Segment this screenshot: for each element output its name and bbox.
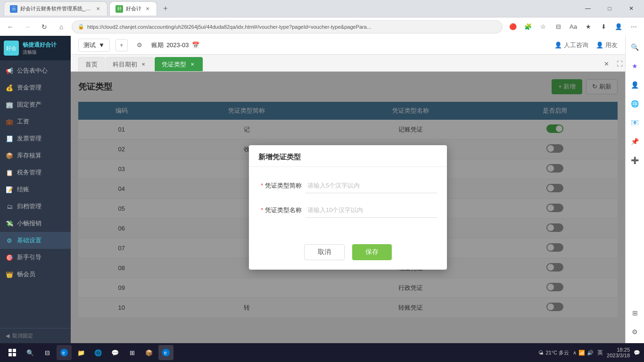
huiyuan-icon: 👑 — [6, 271, 13, 278]
right-panel-pin[interactable]: 📌 — [627, 134, 643, 149]
taskbar-multitask[interactable]: ⊟ — [40, 345, 55, 360]
sidebar-item-label-xiaochang: 小畅报销 — [17, 219, 41, 228]
right-panel-add[interactable]: ➕ — [627, 153, 643, 168]
sidebar-item-shuiwu[interactable]: 📋 税务管理 — [0, 164, 71, 181]
system-tray[interactable]: ∧ 📶 🔊 — [573, 350, 594, 356]
tab-subjects-label: 科目期初 — [113, 60, 137, 69]
extensions-icon[interactable]: 🧩 — [521, 20, 535, 33]
consult-label: 人工咨询 — [564, 41, 588, 49]
abbr-input[interactable] — [305, 178, 438, 193]
taskbar-edge[interactable]: e — [57, 345, 72, 360]
sidebar-item-jichushezhi[interactable]: ⚙ 基础设置 — [0, 232, 71, 249]
right-panel-grid[interactable]: ⊞ — [627, 305, 643, 321]
sidebar-brand: 畅捷通好合计 流畅版 — [23, 41, 57, 56]
tab-home[interactable]: 首页 — [78, 57, 105, 71]
sidebar-header: 好会 畅捷通好合计 流畅版 — [0, 36, 71, 60]
more-button[interactable]: ⋯ — [627, 20, 640, 33]
tab1-favicon: 云 — [10, 5, 17, 13]
right-panel: 🔍 ★ 👤 🌐 📧 📌 ➕ ⊞ ⚙ — [625, 36, 644, 343]
url-box[interactable]: 🔒 https://cloud2.chanjet.com/accounting/… — [72, 20, 503, 33]
consult-button[interactable]: 👤 人工咨询 — [554, 41, 588, 49]
reading-icon[interactable]: Aa — [567, 20, 580, 33]
name-input[interactable] — [305, 203, 438, 218]
sidebar-item-label-xinshou: 新手引导 — [17, 253, 41, 262]
svg-text:e: e — [62, 350, 65, 355]
sidebar-item-label-guda: 固定资产 — [17, 100, 41, 109]
browser-tab-2[interactable]: 好 好会计 ✕ — [109, 1, 157, 16]
right-panel-star[interactable]: ★ — [627, 58, 643, 74]
xiaochang-icon: 💸 — [6, 220, 13, 227]
right-panel-user[interactable]: 👤 — [627, 77, 643, 92]
browser-tab-1[interactable]: 云 好会计云财务软件管理系统_会计 ✕ — [4, 1, 107, 16]
download-icon[interactable]: ⬇ — [597, 20, 610, 33]
sidebar-logo-text: 畅捷通好合计 — [23, 41, 57, 49]
right-panel-search[interactable]: 🔍 — [627, 40, 643, 55]
save-button[interactable]: 保存 — [352, 244, 392, 260]
reload-button[interactable]: ↻ — [38, 20, 51, 33]
browser-profile[interactable]: 👤 — [612, 20, 625, 33]
sidebar-item-fapiao[interactable]: 🧾 发票管理 — [0, 130, 71, 147]
profile-icon[interactable]: 🔴 — [506, 20, 520, 33]
tab1-close[interactable]: ✕ — [95, 6, 101, 12]
settings-button[interactable]: ⚙ — [133, 39, 146, 51]
right-panel-mail[interactable]: 📧 — [627, 115, 643, 130]
sidebar-item-huiyuan[interactable]: 👑 畅会员 — [0, 266, 71, 283]
right-panel-globe[interactable]: 🌐 — [627, 96, 643, 111]
start-button[interactable] — [4, 344, 21, 361]
right-panel-settings[interactable]: ⚙ — [627, 324, 643, 339]
taskbar-msedge2[interactable]: e — [158, 345, 173, 360]
weather-widget[interactable]: 🌤 21°C 多云 — [538, 349, 569, 356]
sidebar-item-label-zijin: 资金管理 — [17, 83, 41, 92]
xinshou-icon: 🎯 — [6, 254, 13, 261]
fapiao-icon: 🧾 — [6, 135, 13, 142]
taskbar-search[interactable]: 🔍 — [23, 345, 38, 360]
close-button[interactable]: ✕ — [620, 0, 642, 17]
forward-button[interactable]: → — [21, 20, 34, 33]
taskbar-explorer[interactable]: 📁 — [74, 345, 89, 360]
sidebar-item-gongzi[interactable]: 💼 工资 — [0, 113, 71, 130]
form-row-name: * 凭证类型名称 — [258, 203, 438, 218]
split-view-icon[interactable]: ⊟ — [552, 20, 565, 33]
cancel-button[interactable]: 取消 — [304, 244, 345, 260]
sidebar-item-gonggao[interactable]: 📢 公告表中心 — [0, 62, 71, 79]
tab2-close[interactable]: ✕ — [144, 6, 151, 12]
lock-icon: 🔒 — [78, 24, 84, 30]
taskbar-apps[interactable]: 📦 — [141, 345, 157, 360]
user-button[interactable]: 👤 用友 — [596, 41, 618, 49]
taskbar-tiles[interactable]: ⊞ — [124, 345, 140, 360]
sidebar-item-label-huiyuan: 畅会员 — [17, 270, 35, 279]
sidebar-item-xinshou[interactable]: 🎯 新手引导 — [0, 249, 71, 266]
user-avatar-icon: 👤 — [596, 41, 603, 49]
taskbar-clock[interactable]: 18:25 2023/3/18 — [607, 347, 630, 358]
back-button[interactable]: ← — [4, 20, 17, 33]
input-method[interactable]: 英 — [597, 349, 603, 357]
panel-minimize-button[interactable]: ✕ — [601, 58, 612, 69]
sidebar-item-kucun[interactable]: 📦 库存核算 — [0, 147, 71, 164]
panel-expand-button[interactable]: ⛶ — [614, 58, 625, 69]
sidebar-item-guidang[interactable]: 🗂 归档管理 — [0, 198, 71, 215]
taskbar-chrome[interactable]: 🌐 — [91, 345, 106, 360]
tab-subjects-close[interactable]: ✕ — [140, 61, 147, 68]
favorites-icon[interactable]: ★ — [582, 20, 595, 33]
bookmark-icon[interactable]: ☆ — [537, 20, 550, 33]
taskbar-wechat[interactable]: 💬 — [107, 345, 123, 360]
window-controls: — □ ✕ — [577, 0, 642, 17]
add-workspace-button[interactable]: + — [116, 39, 128, 51]
weather-icon: 🌤 — [538, 350, 544, 355]
sidebar-item-zijin[interactable]: 💰 资金管理 — [0, 79, 71, 96]
maximize-button[interactable]: □ — [599, 0, 620, 17]
sidebar-item-xiaochang[interactable]: 💸 小畅报销 — [0, 215, 71, 232]
guda-icon: 🏢 — [6, 101, 13, 108]
notification-icon[interactable]: 💬 — [634, 350, 640, 356]
abbr-label: * 凭证类型简称 — [258, 181, 305, 190]
tab-voucher-close[interactable]: ✕ — [189, 61, 196, 68]
sidebar-item-jiezhang[interactable]: 📝 结账 — [0, 181, 71, 198]
sidebar-item-guda[interactable]: 🏢 固定资产 — [0, 96, 71, 113]
tab-voucher-type[interactable]: 凭证类型 ✕ — [155, 57, 203, 71]
workspace-selector[interactable]: 测试 ▼ — [78, 39, 110, 52]
new-tab-button[interactable]: + — [159, 2, 172, 15]
minimize-button[interactable]: — — [577, 0, 599, 17]
cancel-fixed-button[interactable]: ◀ 取消固定 — [0, 328, 71, 343]
home-button[interactable]: ⌂ — [55, 20, 68, 33]
tab-subjects[interactable]: 科目期初 ✕ — [106, 57, 154, 71]
